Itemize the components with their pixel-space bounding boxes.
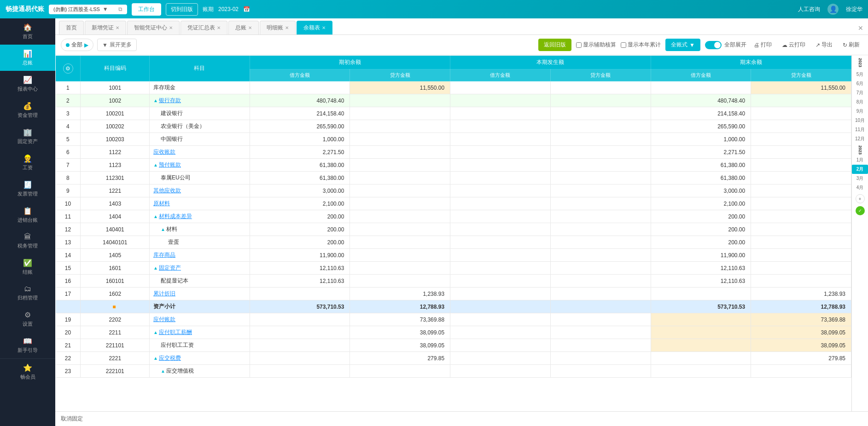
sidebar-item-vip[interactable]: ⭐ 畅会员 [0, 358, 55, 385]
refresh-icon: ↻ [843, 42, 847, 48]
month-12[interactable]: 12月 [852, 134, 868, 144]
row-name[interactable]: ▲应付职工薪酬 [150, 326, 250, 339]
return-button[interactable]: 返回旧版 [538, 39, 571, 51]
sidebar-item-guide[interactable]: 📖 新手引导 [0, 332, 55, 358]
month-8[interactable]: 8月 [852, 98, 868, 107]
consult-label[interactable]: 人工咨询 [798, 6, 820, 13]
row-name[interactable]: 库存商品 [150, 249, 250, 262]
sidebar-item-payroll[interactable]: 👷 工资 [0, 150, 55, 176]
month-1[interactable]: 1月 [852, 155, 868, 165]
print-button[interactable]: 🖨 打印 [751, 39, 775, 51]
sidebar-item-invoice[interactable]: 🧾 发票管理 [0, 176, 55, 202]
cur-credit [550, 352, 651, 365]
tab-new-voucher[interactable]: 新增凭证 ✕ [85, 21, 126, 35]
row-code: 2211 [81, 326, 150, 339]
row-name[interactable]: 应收账款 [150, 146, 250, 159]
sidebar-item-tax[interactable]: 🏛 税务管理 [0, 228, 55, 254]
refresh-button[interactable]: ↻ 刷新 [840, 39, 862, 51]
tab-detail-ledger[interactable]: 明细账 ✕ [260, 21, 296, 35]
row-name[interactable]: 原材料 [150, 197, 250, 210]
circle-green[interactable]: ✓ [856, 206, 865, 215]
row-name[interactable]: ▲银行存款 [150, 94, 250, 107]
month-10[interactable]: 10月 [852, 116, 868, 125]
tab-smart-voucher[interactable]: 智能凭证中心 ✕ [127, 21, 180, 35]
tab-balance[interactable]: 余额表 ✕ [297, 21, 332, 35]
close-debit: 573,710.53 [651, 300, 751, 313]
export-button[interactable]: ↗ 导出 [813, 39, 835, 51]
row-num: 20 [56, 326, 81, 339]
row-num: 22 [56, 352, 81, 365]
tab-close-balance[interactable]: ✕ [322, 25, 326, 30]
company-name: (勿删) 江西股圣-LSS [53, 6, 100, 13]
col-close-debit: 借方金额 [651, 69, 751, 81]
cur-debit [450, 275, 551, 288]
checkbox-annual-input[interactable] [621, 42, 626, 48]
toggle-switch[interactable] [705, 41, 722, 49]
tab-close-summary[interactable]: ✕ [217, 25, 221, 30]
row-num: 3 [56, 107, 81, 120]
export-icon: ↗ [816, 42, 820, 48]
tab-close-all[interactable]: ✕ [853, 22, 868, 35]
sidebar-item-sales[interactable]: 📋 进销台账 [0, 202, 55, 228]
month-7[interactable]: 7月 [852, 88, 868, 98]
circle-expand[interactable]: + [856, 194, 865, 203]
month-11[interactable]: 11月 [852, 125, 868, 134]
close-credit [751, 184, 851, 197]
expand-button[interactable]: ▼ 展开更多 [97, 39, 137, 51]
row-name[interactable]: 其他应收款 [150, 184, 250, 197]
display-mode-button[interactable]: 全账式 ▼ [665, 39, 700, 51]
sidebar-item-assets[interactable]: 🏢 固定资产 [0, 123, 55, 150]
row-name[interactable]: ▲预付账款 [150, 159, 250, 172]
row-name[interactable]: 应付账款 [150, 313, 250, 326]
filter-button[interactable]: 全部 ▶ [61, 39, 93, 51]
cur-debit [450, 210, 551, 223]
checkbox-auxiliary[interactable]: 显示辅助核算 [576, 41, 616, 49]
switch-button[interactable]: 切到旧版 [166, 3, 198, 16]
close-credit [751, 275, 851, 288]
checkbox-annual[interactable]: 显示本年累计 [621, 41, 661, 49]
open-debit [250, 352, 350, 365]
settings-gear-icon[interactable]: ⚙ [63, 63, 73, 74]
col-close-credit: 贷方金额 [751, 69, 851, 81]
cur-credit [550, 81, 651, 94]
row-name[interactable]: 累计折旧 [150, 288, 250, 300]
month-5[interactable]: 5月 [852, 70, 868, 79]
tab-close-new-voucher[interactable]: ✕ [116, 25, 119, 30]
calendar-icon[interactable]: 📅 [243, 6, 250, 12]
sidebar-item-ledger[interactable]: 📊 总账 [0, 45, 55, 71]
table-row: 171602累计折旧1,238.931,238.93 [56, 288, 851, 300]
tab-home[interactable]: 首页 [59, 21, 84, 35]
row-num: 9 [56, 184, 81, 197]
close-credit [751, 223, 851, 236]
row-name[interactable]: ▲固定资产 [150, 262, 250, 275]
sidebar-item-fund[interactable]: 💰 资金管理 [0, 97, 55, 123]
sidebar-item-close[interactable]: ✅ 结账 [0, 254, 55, 280]
row-name[interactable]: ▲材料成本差异 [150, 210, 250, 223]
close-credit: 1,238.93 [751, 288, 851, 300]
sidebar-item-settings[interactable]: ⚙ 设置 [0, 306, 55, 332]
open-credit [350, 172, 450, 184]
toggle-expand[interactable]: 全部展开 [705, 41, 746, 49]
month-9[interactable]: 9月 [852, 107, 868, 116]
checkbox-auxiliary-input[interactable] [576, 42, 582, 48]
tab-close-ledger[interactable]: ✕ [248, 25, 252, 30]
month-6[interactable]: 6月 [852, 79, 868, 88]
row-code: 1221 [81, 184, 150, 197]
month-4[interactable]: 4月 [852, 183, 868, 192]
tab-close-smart[interactable]: ✕ [169, 25, 173, 30]
cur-credit [550, 262, 651, 275]
cloud-print-button[interactable]: ☁ 云打印 [779, 39, 808, 51]
row-name[interactable]: ▲应交税费 [150, 352, 250, 365]
sidebar-item-home[interactable]: 🏠 首页 [0, 18, 55, 45]
month-3[interactable]: 3月 [852, 174, 868, 183]
tab-voucher-summary[interactable]: 凭证汇总表 ✕ [181, 21, 227, 35]
company-selector[interactable]: (勿删) 江西股圣-LSS ▼ ⧉ [49, 5, 127, 14]
open-debit: 3,000.00 [250, 184, 350, 197]
workbench-button[interactable]: 工作台 [132, 3, 161, 16]
tab-general-ledger[interactable]: 总账 ✕ [228, 21, 259, 35]
tab-close-detail[interactable]: ✕ [285, 25, 289, 30]
month-2-active[interactable]: 2月 [852, 165, 868, 174]
sidebar-item-reports[interactable]: 📈 报表中心 [0, 71, 55, 97]
sidebar-item-archive[interactable]: 🗂 归档管理 [0, 280, 55, 306]
unpin-button[interactable]: 取消固定 [61, 415, 83, 423]
